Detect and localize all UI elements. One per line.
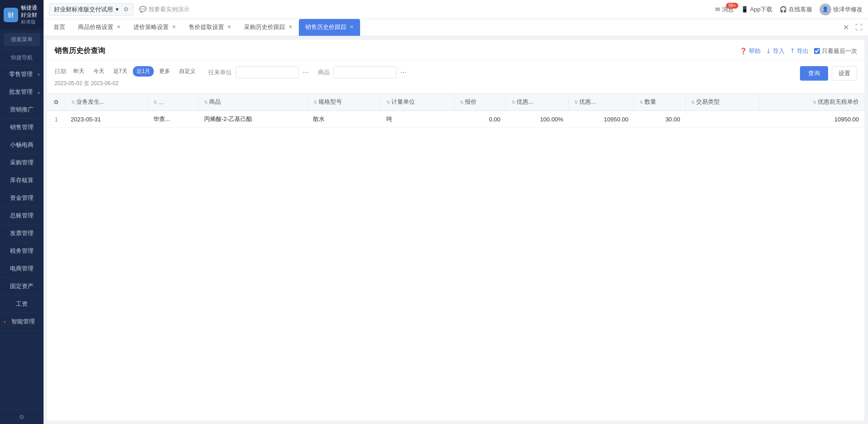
sidebar-item-ecommerce[interactable]: 电商管理 (0, 260, 44, 278)
app-download-label: App下载 (750, 5, 772, 14)
col-quote[interactable]: ⇅ 报价 (454, 93, 506, 111)
sidebar-item-marketing[interactable]: 营销推广 (0, 101, 44, 119)
sidebar-search-section: 搜索菜单 (0, 29, 44, 50)
help-icon: ❓ (740, 48, 747, 54)
settings-icon: ⚙ (19, 414, 24, 420)
col-more[interactable]: ⇅ ... (148, 93, 199, 111)
date-today-button[interactable]: 今天 (90, 66, 108, 77)
headset-icon: 🎧 (780, 6, 787, 13)
close-tab-button[interactable]: ✕ (841, 22, 851, 33)
col-goods[interactable]: ⇅ 商品 (199, 93, 308, 111)
sidebar-item-ecommerce-small[interactable]: 小畅电商 (0, 136, 44, 154)
incoming-unit-dots-button[interactable]: ··· (302, 68, 308, 77)
filter-area: 日期 昨天 今天 近7天 近1月 更多 自定义 2023-05-02 至 202… (47, 61, 864, 93)
cell-trans-type (686, 111, 759, 128)
sidebar-item-smart[interactable]: 智能管理 (0, 313, 44, 331)
date-filter-row: 日期 昨天 今天 近7天 近1月 更多 自定义 (54, 66, 199, 77)
page-header: 销售历史价查询 ❓ 帮助 ⤓ 导入 ⤒ 导出 只看最后一次 (47, 40, 864, 61)
sidebar-item-wholesale[interactable]: 批发管理 ▴ (0, 83, 44, 101)
sidebar-item-invoice[interactable]: 发票管理 (0, 225, 44, 242)
search-menu-button[interactable]: 搜索菜单 (4, 33, 40, 46)
expand-icon: ▴ (38, 90, 40, 95)
tab-close-icon[interactable]: ✕ (227, 24, 231, 30)
sidebar-item-retail[interactable]: 零售管理 ▾ (0, 66, 44, 83)
help-label: 帮助 (749, 47, 761, 55)
user-profile-button[interactable]: 👤 徐泽华修改 (819, 4, 863, 15)
col-quantity[interactable]: ⇅ 数量 (634, 93, 686, 111)
col-unit[interactable]: ⇅ 计量单位 (381, 93, 454, 111)
sidebar-item-purchase[interactable]: 采购管理 (0, 154, 44, 172)
goods-filter: 商品 ··· (318, 66, 406, 78)
tab-purchase-history[interactable]: 采购历史价跟踪 ✕ (238, 19, 299, 36)
export-button[interactable]: ⤒ 导出 (790, 47, 809, 55)
date-filter-label: 日期 (54, 67, 66, 76)
sidebar: 财 畅捷通好业财 标准版 搜索菜单 快捷导航 零售管理 ▾ 批发管理 ▴ 营销推… (0, 0, 44, 424)
tab-close-icon[interactable]: ✕ (172, 24, 176, 30)
sidebar-item-sales[interactable]: 销售管理 (0, 119, 44, 136)
help-button[interactable]: ❓ 帮助 (740, 47, 761, 55)
col-discount1[interactable]: ⇅ 优惠... (506, 93, 569, 111)
setting-button[interactable]: 设置 (832, 66, 857, 81)
tab-close-icon[interactable]: ✕ (288, 24, 293, 30)
tab-price[interactable]: 商品价格设置 ✕ (72, 19, 127, 36)
col-pretax-price[interactable]: ⇅ 优惠前无税单价 (759, 93, 864, 111)
quick-nav-button[interactable]: 快捷导航 (0, 50, 44, 66)
col-trans-type[interactable]: ⇅ 交易类型 (686, 93, 759, 111)
sidebar-item-inventory[interactable]: 库存核算 (0, 172, 44, 189)
app-download-button[interactable]: 📱 App下载 (741, 5, 772, 14)
date-custom-button[interactable]: 自定义 (176, 66, 199, 77)
date-more-button[interactable]: 更多 (156, 66, 174, 77)
sort-icon: ⇅ (691, 100, 695, 105)
cell-discount2: 10950.00 (569, 111, 634, 128)
sidebar-logo: 财 畅捷通好业财 标准版 (0, 0, 44, 29)
message-button[interactable]: ✉ 消息 99+ (715, 5, 734, 14)
tab-sales-history[interactable]: 销售历史价跟踪 ✕ (299, 19, 360, 36)
cell-quote: 0.00 (454, 111, 506, 128)
logo-icon: 财 (4, 8, 18, 22)
demo-label: 我要看实例演示 (148, 5, 190, 14)
table-row: 1 2023-05-31 华查... 丙烯酸-2-乙基己酯 散水 吨 0.00 … (47, 111, 864, 128)
sidebar-item-assets[interactable]: 固定资产 (0, 278, 44, 295)
sidebar-settings[interactable]: ⚙ (0, 410, 44, 424)
sidebar-item-general[interactable]: 总账管理 (0, 207, 44, 225)
sort-icon: ⇅ (71, 100, 75, 105)
date-filter-group: 日期 昨天 今天 近7天 近1月 更多 自定义 2023-05-02 至 202… (54, 66, 199, 87)
page-header-actions: ❓ 帮助 ⤓ 导入 ⤒ 导出 只看最后一次 (740, 47, 857, 55)
date-last7-button[interactable]: 近7天 (110, 66, 131, 77)
col-business-date[interactable]: ⇅ 业务发生... (65, 93, 148, 111)
col-discount2[interactable]: ⇅ 优惠... (569, 93, 634, 111)
filter-actions: 查询 设置 (800, 66, 857, 81)
tab-bar: 首页 商品价格设置 ✕ 进价策略设置 ✕ 售价提取设置 ✕ 采购历史价跟踪 ✕ … (44, 19, 868, 36)
goods-input[interactable] (333, 66, 397, 78)
tab-home[interactable]: 首页 (47, 19, 72, 36)
tab-purchase-price[interactable]: 进价策略设置 ✕ (127, 19, 182, 36)
col-gear[interactable]: ⚙ (47, 93, 65, 111)
incoming-unit-input[interactable] (235, 66, 299, 78)
tab-bar-actions: ✕ ⛶ (841, 22, 864, 33)
sidebar-item-finance[interactable]: 资金管理 (0, 189, 44, 207)
tab-close-icon[interactable]: ✕ (350, 24, 354, 30)
sidebar-item-tax[interactable]: 税务管理 (0, 242, 44, 260)
import-button[interactable]: ⤓ 导入 (766, 47, 785, 55)
sidebar-item-payroll[interactable]: 工资 (0, 295, 44, 313)
tab-close-icon[interactable]: ✕ (117, 24, 121, 30)
phone-icon: 📱 (741, 6, 748, 13)
date-last1m-button[interactable]: 近1月 (133, 66, 154, 77)
date-yesterday-button[interactable]: 昨天 (70, 66, 88, 77)
last-time-checkbox[interactable] (814, 48, 820, 54)
tab-sale-price[interactable]: 售价提取设置 ✕ (182, 19, 238, 36)
workspace-dropdown[interactable]: 好业财标准版交付试用 ▾ ⚙ (49, 3, 134, 16)
sort-icon: ⇅ (639, 100, 643, 105)
tab-sale-price-label: 售价提取设置 (189, 23, 224, 31)
page-title: 销售历史价查询 (54, 46, 105, 56)
goods-dots-button[interactable]: ··· (400, 68, 406, 77)
goods-label: 商品 (318, 68, 330, 77)
query-button[interactable]: 查询 (800, 66, 828, 81)
demo-button[interactable]: 💬 我要看实例演示 (139, 5, 190, 14)
col-spec[interactable]: ⇅ 规格型号 (307, 93, 381, 111)
last-time-checkbox-label[interactable]: 只看最后一次 (814, 47, 857, 55)
online-service-button[interactable]: 🎧 在线客服 (780, 5, 812, 14)
maximize-tab-button[interactable]: ⛶ (853, 22, 864, 33)
dropdown-arrow-icon: ▾ (116, 6, 119, 13)
table-body: 1 2023-05-31 华查... 丙烯酸-2-乙基己酯 散水 吨 0.00 … (47, 111, 864, 128)
